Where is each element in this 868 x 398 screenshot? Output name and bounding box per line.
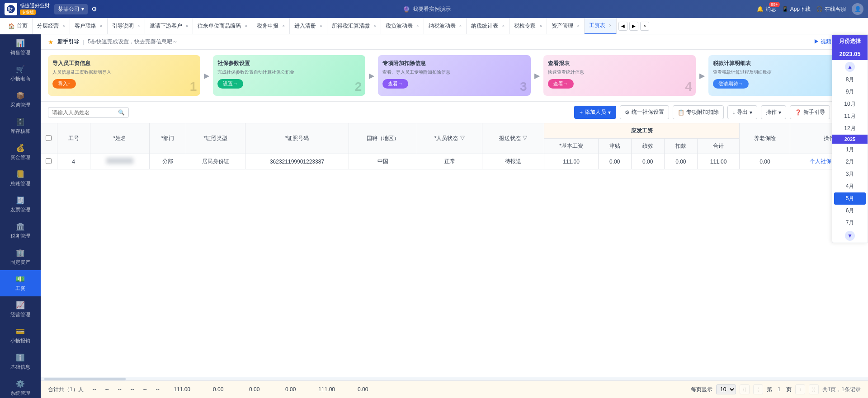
- step1-button[interactable]: 导入↑: [52, 79, 76, 89]
- tab-payroll[interactable]: 工资表 ×: [585, 18, 617, 34]
- sidebar-item-finance[interactable]: 💰 资金管理: [0, 139, 41, 165]
- online-service-button[interactable]: 🎧 在线客服: [816, 5, 846, 13]
- month-6[interactable]: 6月: [832, 205, 868, 217]
- tab-prev-button[interactable]: ◀: [618, 22, 627, 31]
- video-icon: ▶: [814, 38, 819, 45]
- tab-close-icon[interactable]: ×: [609, 23, 612, 28]
- demo-link[interactable]: 🔮 我要看实例演示: [97, 5, 757, 13]
- tab-assets[interactable]: 资产管理 ×: [547, 18, 585, 34]
- step4-button[interactable]: 查看→: [548, 79, 574, 89]
- tab-natong[interactable]: 纳税统计表 ×: [467, 18, 509, 34]
- export-button[interactable]: ↓ 导出 ▾: [727, 105, 757, 119]
- sidebar-item-basic[interactable]: ℹ️ 基础信息: [0, 349, 41, 375]
- tab-fengjing[interactable]: 分层经营 ×: [33, 18, 70, 34]
- step2-button[interactable]: 设置→: [217, 79, 243, 89]
- month-5[interactable]: 5月: [834, 192, 866, 205]
- tab-close-icon[interactable]: ×: [62, 23, 65, 28]
- tab-close-icon[interactable]: ×: [245, 23, 247, 28]
- tab-close-icon[interactable]: ×: [186, 23, 189, 28]
- personal-insurance-link[interactable]: 个人社保: [810, 158, 831, 164]
- row-checkbox[interactable]: [46, 158, 52, 164]
- step3-button[interactable]: 查看→: [382, 79, 408, 89]
- company-selector[interactable]: 某某公司 ▾: [54, 4, 88, 14]
- month-picker-panel: 月份选择 2023.05 ▲ 8月 9月 10月 11月 12月 2025 1月…: [832, 34, 868, 243]
- first-page-button[interactable]: ⟨⟨: [740, 384, 750, 394]
- horizontal-scrollbar[interactable]: [41, 377, 868, 380]
- sidebar-item-system[interactable]: ⚙️ 系统管理: [0, 375, 41, 398]
- tab-kehu[interactable]: 客户联络 ×: [70, 18, 108, 34]
- tab-close-icon[interactable]: ×: [539, 23, 542, 28]
- sidebar-item-ecommerce[interactable]: 🛒 小畅电商: [0, 61, 41, 87]
- last-page-button[interactable]: ⟩⟩: [809, 384, 819, 394]
- tab-close-icon[interactable]: ×: [137, 23, 140, 28]
- app-download-button[interactable]: 📱 App下载: [782, 5, 811, 13]
- guide-video-link[interactable]: ▶ 视频: [814, 38, 831, 46]
- user-avatar[interactable]: 👤: [852, 3, 863, 15]
- tab-home[interactable]: 🏠 首页: [4, 18, 33, 34]
- step5-button[interactable]: 敬请期待→: [713, 79, 749, 89]
- tab-close-icon[interactable]: ×: [282, 23, 285, 28]
- tab-nadong[interactable]: 纳税波动表 ×: [424, 18, 467, 34]
- month-4[interactable]: 4月: [832, 180, 868, 192]
- month-1[interactable]: 1月: [832, 144, 868, 156]
- month-7[interactable]: 7月: [832, 217, 868, 229]
- select-all-checkbox[interactable]: [46, 135, 52, 141]
- month-list-bottom: 1月 2月 3月 4月 5月 6月 7月: [832, 144, 868, 229]
- special-deduction-button[interactable]: 📋 专项附加扣除: [673, 105, 724, 119]
- search-input[interactable]: [52, 109, 115, 116]
- next-page-button[interactable]: ⟩: [795, 384, 805, 394]
- tab-close-all-button[interactable]: ×: [640, 22, 649, 31]
- tab-close-icon[interactable]: ×: [373, 23, 376, 28]
- tab-expert[interactable]: 税检专家 ×: [509, 18, 547, 34]
- month-picker-down-button[interactable]: ▼: [845, 231, 855, 241]
- sidebar-item-purchase[interactable]: 📦 采购管理: [0, 87, 41, 113]
- prev-page-button[interactable]: ⟨: [753, 384, 763, 394]
- tab-close-icon[interactable]: ×: [100, 23, 103, 28]
- sidebar-item-invoice[interactable]: 🧾 发票管理: [0, 192, 41, 218]
- month-9[interactable]: 9月: [832, 86, 868, 98]
- sidebar-item-operations[interactable]: 📈 经营管理: [0, 296, 41, 323]
- tab-qingce[interactable]: 进入清册 ×: [290, 18, 327, 34]
- tab-close-icon[interactable]: ×: [459, 23, 462, 28]
- search-icon[interactable]: 🔍: [118, 109, 125, 116]
- cell-deduction: 0.00: [664, 154, 697, 169]
- tab-burden[interactable]: 税负波动表 ×: [381, 18, 424, 34]
- tab-next-button[interactable]: ▶: [629, 22, 638, 31]
- sidebar-item-expense[interactable]: 💳 小畅报销: [0, 323, 41, 349]
- add-employee-button[interactable]: + 添加人员 ▾: [574, 106, 616, 119]
- tab-yindao[interactable]: 引导说明 ×: [108, 18, 145, 34]
- month-8[interactable]: 8月: [832, 74, 868, 86]
- footer-total: 合计共（1）人: [48, 386, 84, 393]
- month-11[interactable]: 11月: [832, 110, 868, 122]
- tab-close-icon[interactable]: ×: [416, 23, 419, 28]
- message-button[interactable]: 🔔 消息 99+: [757, 5, 776, 13]
- guide-button[interactable]: ❓ 新手引导: [790, 105, 830, 119]
- tab-close-icon[interactable]: ×: [577, 23, 580, 28]
- sidebar-item-inventory[interactable]: 🗄️ 库存核算: [0, 113, 41, 139]
- tab-income[interactable]: 所得税汇算清缴 ×: [327, 18, 381, 34]
- step-card-4: 查看报表 快速查看统计信息 查看→ 4: [543, 55, 696, 96]
- social-insurance-button[interactable]: ⚙ 统一社保设置: [620, 105, 669, 119]
- action-button[interactable]: 操作 ▾: [761, 105, 786, 119]
- sidebar-item-ledger[interactable]: 📒 总账管理: [0, 165, 41, 192]
- month-picker-up-button[interactable]: ▲: [845, 62, 855, 72]
- month-2[interactable]: 2月: [832, 156, 868, 168]
- tab-code[interactable]: 往来单位商品编码 ×: [193, 18, 252, 34]
- sidebar-item-fixed-assets[interactable]: 🏢 固定资产: [0, 244, 41, 270]
- month-3[interactable]: 3月: [832, 168, 868, 180]
- sidebar-item-payroll[interactable]: 💵 工资: [0, 270, 41, 296]
- per-page-select[interactable]: 10 20 50: [716, 384, 736, 394]
- total-label: 合计共（1）人: [48, 386, 84, 393]
- th-payroll-group: 应发工资: [544, 123, 740, 139]
- sidebar-item-sales[interactable]: 📊 销售管理: [0, 34, 41, 61]
- month-12[interactable]: 12月: [832, 122, 868, 135]
- gear-icon[interactable]: ⚙: [91, 5, 97, 13]
- sidebar-item-tax[interactable]: 🏛️ 税务管理: [0, 218, 41, 244]
- tab-close-icon[interactable]: ×: [502, 23, 505, 28]
- step2-desc: 完成社保参数设置自动计算社保公积金: [217, 69, 361, 75]
- month-10[interactable]: 10月: [832, 98, 868, 110]
- tab-invite[interactable]: 邀请下游客户 ×: [145, 18, 193, 34]
- tab-close-icon[interactable]: ×: [320, 23, 322, 28]
- tab-tax[interactable]: 税务申报 ×: [252, 18, 290, 34]
- scrollbar-thumb[interactable]: [44, 378, 126, 380]
